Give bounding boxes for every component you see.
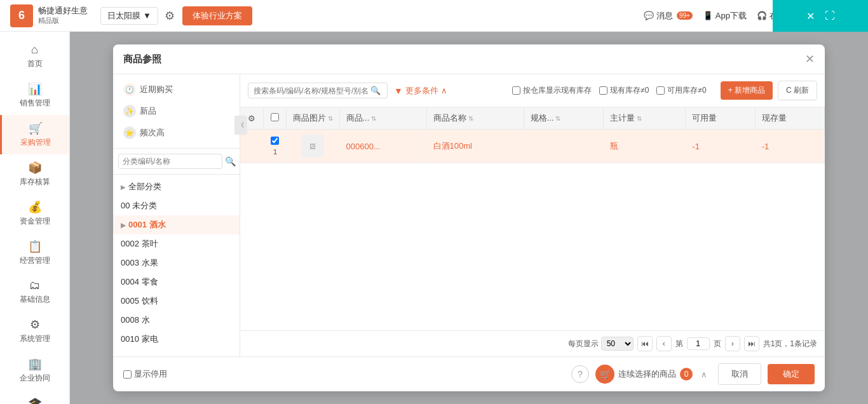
- teal-close-icon[interactable]: ✕: [806, 10, 815, 22]
- checkbox-stock-nonzero[interactable]: 现有库存≠0: [599, 85, 649, 96]
- checkbox-available-nonzero-input[interactable]: [656, 86, 665, 95]
- show-disabled-checkbox-label[interactable]: 显示停用: [123, 368, 167, 380]
- recent-icon: 🕐: [123, 83, 136, 96]
- cart-count: 0: [680, 368, 693, 380]
- category-beverage[interactable]: 0005 饮料: [113, 292, 240, 311]
- refresh-button[interactable]: C 刷新: [778, 81, 817, 100]
- available-col-header: 可用量: [686, 107, 755, 130]
- new-product-item[interactable]: ✨ 新品: [118, 101, 234, 121]
- app-edition: 精品版: [38, 16, 88, 25]
- category-liquor[interactable]: ▶ 0001 酒水: [113, 215, 240, 234]
- category-liquor-label: 0001 酒水: [128, 219, 166, 231]
- sort-icon: ⇅: [328, 115, 333, 122]
- checkbox-stock-nonzero-input[interactable]: [599, 86, 607, 95]
- page-number-input[interactable]: [687, 337, 710, 350]
- store-selector[interactable]: 日太阳膜 ▼: [100, 7, 158, 25]
- collapse-cart-button[interactable]: ∧: [696, 367, 712, 382]
- sales-icon: 📊: [28, 82, 42, 96]
- product-stock: -1: [762, 142, 770, 151]
- sidebar-item-guide[interactable]: 🎓 新手引导: [0, 390, 69, 404]
- category-unclassified-label: 00 未分类: [121, 200, 157, 212]
- row-checkbox[interactable]: [271, 137, 279, 145]
- category-tea-label: 0002 茶叶: [121, 238, 158, 250]
- filter-icon: ▼: [394, 86, 403, 96]
- row-unit-cell: 瓶: [603, 130, 685, 163]
- category-search-icon[interactable]: 🔍: [225, 156, 236, 166]
- app-download-button[interactable]: 📱 App下载: [703, 10, 747, 22]
- next-page-button[interactable]: ›: [725, 336, 740, 351]
- category-snacks-label: 0004 零食: [121, 276, 158, 288]
- sidebar-item-home[interactable]: ⌂ 首页: [0, 37, 69, 76]
- show-disabled-checkbox[interactable]: [123, 370, 132, 379]
- sort-icon-code: ⇅: [371, 115, 376, 122]
- headset-icon: 🎧: [757, 11, 767, 20]
- confirm-button[interactable]: 确定: [768, 364, 815, 384]
- message-button[interactable]: 💬 消息 99+: [644, 10, 693, 22]
- teal-expand-icon[interactable]: ⛶: [825, 10, 835, 22]
- category-fruit[interactable]: 0003 水果: [113, 253, 240, 273]
- checkbox-group: 按仓库显示现有库存 现有库存≠0 可用库存≠0: [512, 85, 707, 96]
- help-icon[interactable]: ?: [571, 365, 589, 383]
- sidebar-home-label: 首页: [27, 58, 43, 69]
- product-reference-modal: 商品参照 ✕ 🕐 近期购买 ✨ 新: [113, 44, 825, 391]
- frequent-item[interactable]: ⭐ 频次高: [118, 123, 234, 143]
- checkbox-by-warehouse[interactable]: 按仓库显示现有库存: [512, 85, 592, 96]
- cancel-button[interactable]: 取消: [718, 363, 761, 385]
- category-tea[interactable]: 0002 茶叶: [113, 234, 240, 253]
- mobile-icon: 📱: [703, 11, 713, 20]
- category-snacks[interactable]: 0004 零食: [113, 273, 240, 292]
- chevron-up-icon: ∧: [441, 86, 447, 95]
- sidebar-item-system[interactable]: ⚙ 系统管理: [0, 311, 69, 351]
- filter-label: 更多条件: [405, 85, 438, 97]
- checkbox-by-warehouse-label: 按仓库显示现有库存: [523, 85, 592, 96]
- cart-icon: 🛒: [595, 365, 614, 384]
- spec-col-header: 规格... ⇅: [524, 107, 603, 130]
- category-appliance[interactable]: 0010 家电: [113, 330, 240, 349]
- sidebar-item-basics[interactable]: 🗂 基础信息: [0, 273, 69, 311]
- product-table-wrapper: ⚙ 商品图片 ⇅: [240, 107, 825, 330]
- filter-button[interactable]: ▼ 更多条件 ∧: [394, 85, 447, 97]
- first-page-button[interactable]: ⏮: [637, 336, 653, 351]
- category-unclassified[interactable]: 00 未分类: [113, 196, 240, 215]
- cart-label: 连续选择的商品: [618, 368, 676, 380]
- select-all-checkbox[interactable]: [271, 113, 279, 121]
- total-info: 共1页，1条记录: [763, 339, 817, 349]
- modal-close-button[interactable]: ✕: [805, 52, 815, 66]
- purchase-icon: 🛒: [29, 121, 43, 135]
- img-col-label: 商品图片: [293, 112, 326, 124]
- prev-page-button[interactable]: ‹: [656, 336, 672, 351]
- category-search-input[interactable]: [118, 154, 222, 169]
- sort-icon-name: ⇅: [468, 115, 473, 122]
- category-water[interactable]: 0008 水: [113, 311, 240, 330]
- collapse-button[interactable]: 《: [234, 116, 247, 135]
- chevron-down-icon: ▼: [143, 11, 151, 20]
- page-size-dropdown[interactable]: 10 20 50 100: [601, 337, 634, 351]
- modal-header: 商品参照 ✕: [113, 44, 825, 74]
- sidebar-purchase-label: 采购管理: [20, 137, 51, 148]
- experience-button[interactable]: 体验行业方案: [182, 6, 252, 25]
- gear-icon[interactable]: ⚙: [165, 9, 175, 23]
- row-checkbox-cell[interactable]: 1: [263, 130, 286, 163]
- recent-purchase-item[interactable]: 🕐 近期购买: [118, 79, 234, 100]
- check-col-header[interactable]: [263, 107, 286, 130]
- sidebar-item-enterprise[interactable]: 🏢 企业协同: [0, 351, 69, 390]
- checkbox-available-nonzero[interactable]: 可用库存≠0: [656, 85, 706, 96]
- category-all[interactable]: ▶ 全部分类: [113, 177, 240, 196]
- logo-text-area: 畅捷通好生意 精品版: [38, 6, 88, 26]
- row-name-cell: 白酒100ml: [426, 130, 524, 163]
- search-icon[interactable]: 🔍: [370, 86, 381, 95]
- basics-icon: 🗂: [29, 279, 41, 292]
- sidebar-item-finance[interactable]: 💰 资金管理: [0, 194, 69, 233]
- table-row[interactable]: 1 🖼 000600...: [240, 130, 825, 163]
- category-search: 🔍: [113, 149, 240, 175]
- product-search-input[interactable]: [254, 86, 368, 95]
- sidebar-item-inventory[interactable]: 📦 库存核算: [0, 154, 69, 194]
- add-product-button[interactable]: + 新增商品: [721, 81, 773, 100]
- checkbox-by-warehouse-input[interactable]: [512, 86, 520, 95]
- last-page-button[interactable]: ⏭: [744, 336, 759, 351]
- sidebar-item-operations[interactable]: 📋 经营管理: [0, 233, 69, 273]
- page-label: 第: [675, 339, 683, 349]
- sidebar-item-purchase[interactable]: 🛒 采购管理: [0, 115, 69, 154]
- category-all-label: 全部分类: [128, 181, 161, 192]
- sidebar-item-sales[interactable]: 📊 销售管理: [0, 76, 69, 115]
